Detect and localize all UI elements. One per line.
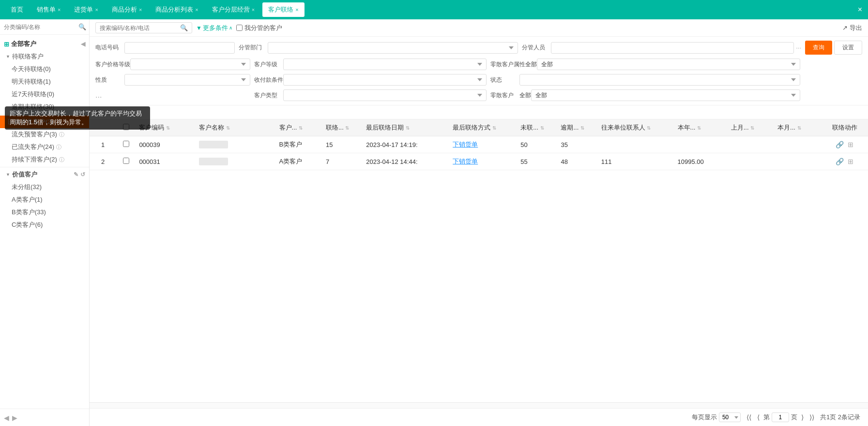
row2-method-link[interactable]: 下销货单 (453, 158, 478, 165)
row1-method-link[interactable]: 下销货单 (453, 141, 478, 148)
page-number-input[interactable] (772, 412, 789, 422)
loss-warning-item[interactable]: 流失预警客户(3) ⓘ (0, 128, 89, 141)
th-thismonth[interactable]: 本月... ⇅ (775, 119, 821, 136)
scatter-attr-select[interactable]: 全部 (537, 59, 800, 70)
th-year[interactable]: 本年... ⇅ (675, 119, 728, 136)
nav-customer-tier-close[interactable]: × (252, 7, 255, 13)
nav-item-customer-contact[interactable]: 客户联络 × (262, 2, 304, 17)
th-name[interactable]: 客户名称 ⇅ (196, 119, 276, 136)
declining-customers-item[interactable]: 持续下滑客户(2) ⓘ (0, 153, 89, 166)
nav-left-icon[interactable]: ◀ (4, 414, 9, 422)
th-code[interactable]: 客户编码 ⇅ (136, 119, 196, 136)
settings-button[interactable]: 设置 (834, 41, 862, 55)
row2-grid-icon[interactable]: ⊞ (848, 158, 853, 165)
status-select[interactable] (519, 74, 800, 86)
sidebar-search-input[interactable] (4, 24, 76, 30)
nav-item-product-list[interactable]: 商品分析列表 × (150, 2, 204, 17)
manager-more-icon[interactable]: ··· (796, 44, 801, 51)
row1-method[interactable]: 下销货单 (450, 136, 518, 153)
refresh-icon[interactable]: ↺ (80, 171, 85, 178)
customer-level-select[interactable] (283, 59, 487, 70)
lost-customers-item[interactable]: 已流失客户(24) ⓘ (0, 141, 89, 153)
price-level-select[interactable] (130, 59, 250, 70)
sidebar-search-icon[interactable]: 🔍 (78, 23, 86, 30)
class-b-item[interactable]: B类客户(33) (0, 206, 89, 219)
row1-grid-icon[interactable]: ⊞ (848, 141, 853, 148)
nav-item-customer-tier[interactable]: 客户分层经营 × (206, 2, 260, 17)
overdue-contact-item[interactable]: 逾期未联络(30) (0, 101, 89, 113)
nav-item-sales[interactable]: 销售单 × (31, 2, 66, 17)
row2-checkbox[interactable] (116, 153, 136, 170)
nav-item-home[interactable]: 首页 (5, 2, 29, 17)
phone-input[interactable] (124, 42, 235, 54)
filter-search-input[interactable] (100, 25, 178, 31)
per-page-select[interactable]: 10 20 50 100 (719, 412, 741, 422)
pending-contact-section[interactable]: 待联络客户 (0, 50, 89, 63)
row1-check[interactable] (123, 141, 129, 147)
bottom-scrollbar[interactable] (90, 402, 868, 408)
th-level[interactable]: 客户... ⇅ (276, 119, 323, 136)
class-a-item[interactable]: A类客户(1) (0, 193, 89, 206)
filter-search-box[interactable]: 🔍 (95, 22, 192, 33)
row2-link-icon[interactable]: 🔗 (836, 158, 844, 165)
first-page-button[interactable]: ⟨⟨ (745, 412, 753, 422)
th-action: 联络动作 (822, 119, 868, 136)
th-date[interactable]: 最后联络日期 ⇅ (363, 119, 450, 136)
nav-customer-contact-close[interactable]: × (295, 7, 298, 13)
row1-level: B类客户 (276, 136, 323, 153)
select-all-checkbox[interactable] (123, 124, 129, 130)
abnormal-repurchase-item[interactable]: 回购异常客户(2) ⓘ (0, 116, 89, 128)
th-method[interactable]: 最后联络方式 ⇅ (450, 119, 518, 136)
th-contact[interactable]: 联络... ⇅ (323, 119, 363, 136)
tomorrow-contact-item[interactable]: 明天待联络(1) (0, 75, 89, 88)
department-select[interactable] (268, 42, 518, 54)
collapse-icon[interactable]: ◀ (81, 41, 85, 47)
nav-purchase-close[interactable]: × (95, 7, 98, 13)
row1-checkbox[interactable] (116, 136, 136, 153)
th-overdue[interactable]: 逾期... ⇅ (558, 119, 598, 136)
value-customer-section[interactable]: 价值客户 ✎ ↺ (0, 168, 89, 181)
th-person[interactable]: 往来单位联系人 ⇅ (598, 119, 675, 136)
extra-dots[interactable]: ... (95, 91, 102, 100)
week-contact-item[interactable]: 近7天待联络(0) (0, 88, 89, 101)
nav-sales-close[interactable]: × (58, 7, 61, 13)
customer-type-select[interactable] (283, 89, 487, 101)
query-button[interactable]: 查询 (805, 41, 832, 55)
info-icon-loss: ⓘ (59, 131, 64, 138)
scatter-customer-select[interactable]: 全部 (531, 89, 800, 101)
row1-name (196, 136, 276, 153)
row2-seq: 2 (90, 153, 116, 170)
th-unread[interactable]: 未联... ⇅ (518, 119, 558, 136)
export-button[interactable]: ↗ 导出 (842, 24, 862, 32)
edit-icon[interactable]: ✎ (74, 171, 78, 178)
my-customers-check[interactable] (236, 25, 243, 31)
row2-check[interactable] (123, 158, 129, 164)
payment-select[interactable] (283, 74, 487, 86)
table-gear-icon[interactable]: ⚙ (95, 108, 102, 116)
nav-product-list-close[interactable]: × (195, 7, 198, 13)
more-conditions-button[interactable]: ▼ 更多条件 ∧ (196, 24, 232, 32)
declining-customers-label: 持续下滑客户(2) (12, 155, 57, 164)
customer-type-field: 客户类型 (254, 89, 487, 101)
next-page-button[interactable]: ⟩ (799, 412, 806, 422)
nav-right-icon[interactable]: ▶ (12, 414, 17, 422)
ungroup-item[interactable]: 未分组(32) (0, 181, 89, 193)
th-method-label: 最后联络方式 (453, 124, 490, 131)
today-contact-item[interactable]: 今天待联络(0) (0, 63, 89, 75)
nav-item-product-analysis[interactable]: 商品分析 × (106, 2, 148, 17)
close-all-button[interactable]: × (858, 5, 862, 14)
row2-method[interactable]: 下销货单 (450, 153, 518, 170)
prev-page-button[interactable]: ⟨ (755, 412, 761, 422)
row1-link-icon[interactable]: 🔗 (836, 141, 844, 148)
th-lastmonth[interactable]: 上月... ⇅ (728, 119, 775, 136)
manager-input[interactable] (551, 42, 794, 54)
last-page-button[interactable]: ⟩⟩ (807, 412, 816, 422)
nav-item-purchase[interactable]: 进货单 × (68, 2, 104, 17)
table-container[interactable]: 客户编码 ⇅ 客户名称 ⇅ 客户... ⇅ 联络... (90, 119, 868, 402)
all-customers-item[interactable]: ⊞ 全部客户 ◀ (0, 38, 89, 50)
filter-search-icon[interactable]: 🔍 (180, 24, 188, 31)
my-customers-checkbox[interactable]: 我分管的客户 (236, 24, 282, 32)
class-c-item[interactable]: C类客户(6) (0, 219, 89, 231)
nav-product-close[interactable]: × (139, 7, 142, 13)
nature-select[interactable] (124, 74, 250, 86)
